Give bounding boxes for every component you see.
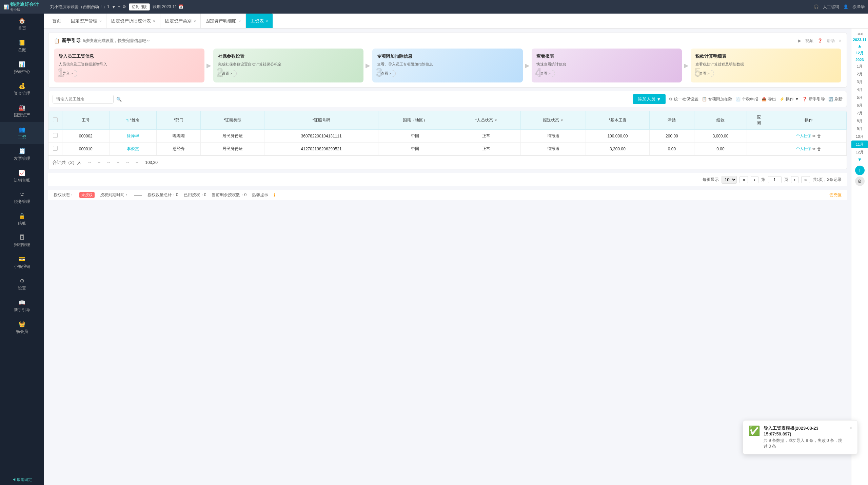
cancel-fixed-btn[interactable]: ◀ 取消固定 [0, 474, 44, 485]
row2-check[interactable] [48, 143, 62, 155]
search-input[interactable] [53, 95, 114, 104]
sidebar-item-tax[interactable]: 🗂 税务管理 [0, 187, 44, 209]
social-security-btn[interactable]: ⚙ 统一社保设置 [669, 96, 698, 102]
first-page-btn[interactable]: « [739, 176, 748, 183]
help-link[interactable]: 帮助 [827, 38, 835, 44]
sidebar-item-closing[interactable]: 🔒 结账 [0, 209, 44, 230]
sidebar-item-invoice[interactable]: 🧾 发票管理 [0, 144, 44, 166]
top-bar: 📊 畅捷通好会计 专业版 刘小艳演示账套（勿删勿动！）1 ▼ + ⚙ 切到旧版 … [0, 0, 868, 14]
add-person-btn[interactable]: 添加人员 ▼ [633, 94, 666, 104]
filter-person-status-icon[interactable]: ▼ [494, 118, 497, 122]
special-deduction-btn[interactable]: 📋 专项附加扣除 [702, 96, 732, 102]
guide-btn[interactable]: ❓ 新手引导 [802, 96, 825, 102]
operations-btn[interactable]: ⚡ 操作 ▼ [780, 96, 799, 102]
sidebar-item-reports[interactable]: 📊 报表中心 [0, 57, 44, 79]
tab-fixed-assets-label: 固定资产管理 [71, 18, 97, 24]
toast-close-btn[interactable]: × [849, 425, 852, 431]
calendar-down-nav[interactable]: ▼ [857, 156, 863, 163]
user-name[interactable]: 徐泽华 [852, 4, 865, 10]
row2-checkbox[interactable] [53, 146, 58, 151]
tab-payroll[interactable]: 工资表 × [246, 14, 273, 28]
cal-month-7[interactable]: 7月 [851, 109, 868, 117]
cal-month-9[interactable]: 9月 [851, 125, 868, 133]
sidebar-item-archive[interactable]: 🗄 归档管理 [0, 230, 44, 252]
tab-asset-detail-close[interactable]: × [238, 19, 240, 23]
cal-month-11[interactable]: 11月 [851, 141, 868, 148]
row1-check[interactable] [48, 130, 62, 143]
cal-month-12-prev[interactable]: 12月 [851, 49, 868, 57]
sidebar-item-assets[interactable]: 🏭 固定资产 [0, 100, 44, 122]
sidebar-item-expense[interactable]: 💳 小畅报销 [0, 252, 44, 274]
calendar-year: 2023.11 [852, 37, 867, 42]
video-link[interactable]: 视频 [805, 38, 813, 44]
calendar-up-nav[interactable]: ▲ [857, 42, 863, 49]
sidebar-item-member[interactable]: 👑 畅会员 [0, 317, 44, 339]
sidebar-item-guide[interactable]: 📖 新手引导 [0, 295, 44, 317]
row1-basic-salary: 100,000.00 [586, 130, 649, 143]
tax-report-btn[interactable]: 🧾 个税申报 [736, 96, 758, 102]
tab-depreciation[interactable]: 固定资产折旧统计表 × [106, 14, 160, 28]
row1-social-insurance-link[interactable]: 个人社保 [796, 133, 811, 138]
support-link[interactable]: 人工咨询 [823, 4, 839, 10]
page-number-input[interactable] [768, 176, 782, 183]
search-icon[interactable]: 🔍 [116, 97, 122, 102]
cal-month-8[interactable]: 8月 [851, 117, 868, 125]
tab-asset-category-close[interactable]: × [194, 19, 196, 23]
cal-month-3[interactable]: 3月 [851, 78, 868, 86]
calendar-action-btn-1[interactable]: ↑ [855, 166, 865, 175]
sidebar-item-home[interactable]: 🏠 首页 [0, 14, 44, 35]
member-icon: 👑 [19, 321, 25, 328]
top-up-link[interactable]: 去充值 [829, 192, 842, 198]
row1-delete-icon[interactable]: 🗑 [817, 134, 821, 138]
refresh-btn[interactable]: 🔄 刷新 [828, 96, 843, 102]
th-checkbox[interactable] [48, 111, 62, 130]
tab-depreciation-label: 固定资产折旧统计表 [111, 18, 151, 24]
row2-social-insurance-link[interactable]: 个人社保 [796, 146, 811, 151]
sidebar-item-sales[interactable]: 📈 进销台账 [0, 166, 44, 187]
row1-allowance: 200.00 [650, 130, 694, 143]
cal-month-6[interactable]: 6月 [851, 101, 868, 109]
per-page-select[interactable]: 10 20 50 [722, 176, 737, 184]
row1-checkbox[interactable] [53, 133, 58, 138]
select-all-checkbox[interactable] [53, 117, 58, 122]
account-dropdown-btn[interactable]: ▼ [112, 4, 116, 10]
settings-icon[interactable]: ⚙ [122, 4, 126, 9]
cal-month-10[interactable]: 10月 [851, 133, 868, 141]
tab-fixed-assets[interactable]: 固定资产管理 × [66, 14, 106, 28]
tab-home[interactable]: 首页 [47, 14, 66, 28]
row2-delete-icon[interactable]: 🗑 [817, 147, 821, 151]
tab-asset-category[interactable]: 固定资产类别 × [160, 14, 201, 28]
tab-asset-detail[interactable]: 固定资产明细账 × [201, 14, 245, 28]
sidebar-item-funds[interactable]: 💰 资金管理 [0, 79, 44, 100]
sidebar-item-settings[interactable]: ⚙ 设置 [0, 274, 44, 295]
tab-payroll-close[interactable]: × [266, 19, 268, 23]
cal-month-1[interactable]: 1月 [851, 62, 868, 70]
sidebar-item-payroll[interactable]: 👥 工资 [0, 122, 44, 144]
add-account-icon[interactable]: + [118, 4, 120, 9]
calendar-action-btn-2[interactable]: ⚙ [855, 176, 865, 186]
export-btn[interactable]: 📤 导出 [762, 96, 776, 102]
tab-depreciation-close[interactable]: × [153, 19, 155, 23]
row2-edit-icon[interactable]: ✏ [812, 147, 816, 151]
row2-name-link[interactable]: 李俊杰 [127, 146, 139, 151]
last-page-btn[interactable]: » [801, 176, 810, 183]
step-2-num: 2 [217, 66, 223, 80]
cal-month-5[interactable]: 5月 [851, 94, 868, 101]
row1-id-type: 居民身份证 [201, 130, 264, 143]
tab-fixed-assets-close[interactable]: × [99, 19, 101, 23]
cal-month-12[interactable]: 12月 [851, 148, 868, 156]
next-page-btn[interactable]: › [791, 176, 798, 183]
cal-month-4[interactable]: 4月 [851, 86, 868, 94]
row1-edit-icon[interactable]: ✏ [812, 134, 816, 138]
filter-report-status-icon[interactable]: ▼ [560, 118, 564, 122]
switch-version-btn[interactable]: 切到旧版 [129, 3, 150, 11]
period-value: 2023-11 [162, 4, 177, 9]
sort-name-icon[interactable]: ⇅ [126, 118, 129, 122]
guide-close-btn[interactable]: × [839, 38, 841, 43]
calendar-icon[interactable]: 📅 [178, 4, 183, 9]
prev-page-btn[interactable]: ‹ [751, 176, 758, 183]
sidebar-item-ledger[interactable]: 📒 总账 [0, 35, 44, 57]
panel-collapse-icon[interactable]: ◀◀ [856, 31, 864, 37]
cal-month-2[interactable]: 2月 [851, 70, 868, 78]
row1-name-link[interactable]: 徐泽华 [127, 133, 139, 138]
